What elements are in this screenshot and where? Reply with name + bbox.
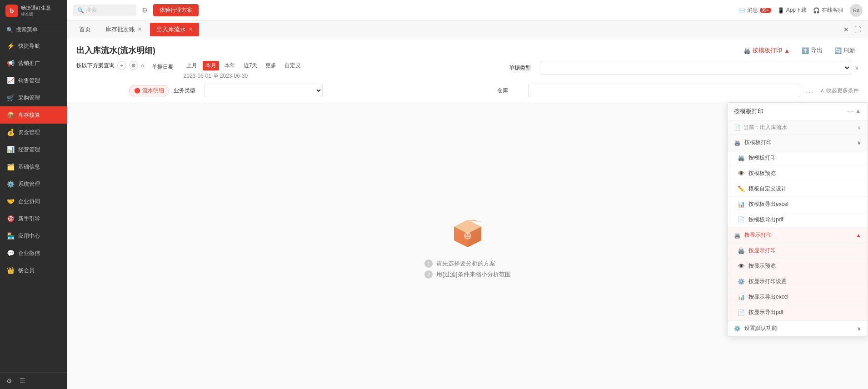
sidebar-item-label: 新手引导 <box>18 215 40 223</box>
dropdown-item-display-preview[interactable]: 👁️ 按显示预览 <box>728 259 868 274</box>
tab-in-out-flow-close[interactable]: ✕ <box>189 26 193 32</box>
date-last-7days-button[interactable]: 近7天 <box>241 61 260 70</box>
dropdown-item-display-settings[interactable]: ⚙️ 按显示打印设置 <box>728 274 868 289</box>
dropdown-more-icon[interactable]: ··· <box>847 107 853 115</box>
sidebar-item-marketing[interactable]: 📢 营销推广 <box>0 55 67 72</box>
sidebar-item-basic[interactable]: 🗂️ 基础信息 <box>0 158 67 175</box>
filter-collapse-button[interactable]: « <box>141 62 145 69</box>
app-download-item[interactable]: 📱 App下载 <box>778 6 807 14</box>
date-more-button[interactable]: 更多 <box>263 61 279 70</box>
step-2-number: 2 <box>424 270 433 279</box>
dropdown-collapse-icon[interactable]: ▲ <box>855 107 861 115</box>
date-this-year-button[interactable]: 本年 <box>222 61 238 70</box>
print-template-label: 按模板打印 <box>753 46 782 55</box>
sidebar-item-finance[interactable]: 💰 资金管理 <box>0 124 67 141</box>
system-icon: ⚙️ <box>6 180 15 188</box>
dropdown-item-display-excel[interactable]: 📊 按显示导出excel <box>728 289 868 305</box>
basic-icon: 🗂️ <box>6 163 15 171</box>
logo-icon: b <box>5 5 18 17</box>
sidebar-item-quick-nav[interactable]: ⚡ 快捷导航 <box>0 37 67 55</box>
sidebar-search[interactable]: 🔍 搜索菜单 <box>0 22 67 37</box>
tab-batch-account[interactable]: 库存批次账 ✕ <box>99 23 148 36</box>
sidebar-item-purchase[interactable]: 🛒 采购管理 <box>0 89 67 106</box>
sidebar-item-label: 经营管理 <box>18 146 40 154</box>
dropdown-item-template-excel[interactable]: 📊 按模板导出excel <box>728 197 868 212</box>
close-all-tabs-button[interactable]: ✕ <box>842 24 851 35</box>
dropdown-item-template-design[interactable]: ✏️ 模板自定义设计 <box>728 181 868 197</box>
enterprise-icon: 🤝 <box>6 197 15 205</box>
sidebar-item-app-center[interactable]: 🏪 应用中心 <box>0 227 67 244</box>
sidebar-item-guide[interactable]: 🎯 新手引导 <box>0 210 67 227</box>
dropdown-footer[interactable]: ⚙️ 设置默认功能 ∨ <box>728 320 868 336</box>
step-1-number: 1 <box>424 259 433 268</box>
filter-settings-button[interactable]: ⚙ <box>129 61 138 70</box>
app-center-icon: 🏪 <box>6 232 15 240</box>
doc-type-dropdown-icon: ∨ <box>855 65 859 71</box>
industry-solution-button[interactable]: 体验行业方案 <box>153 4 199 16</box>
sidebar-item-inventory[interactable]: 📦 库存核算 <box>0 106 67 124</box>
dropdown-item-template-pdf[interactable]: 📄 按模板导出pdf <box>728 212 868 228</box>
topbar: 🔍 搜索 ⚙ 体验行业方案 ✉️ 消息 99+ 📱 App下载 🎧 在线客服 R… <box>67 0 868 21</box>
doc-type-select[interactable] <box>540 61 851 75</box>
dropdown-item-display-print[interactable]: 🖨️ 按显示打印 <box>728 243 868 259</box>
filter-add-button[interactable]: + <box>117 61 126 70</box>
date-custom-button[interactable]: 自定义 <box>282 61 304 70</box>
doc-type-section: 单据类型 ∨ <box>509 61 859 75</box>
empty-steps: 1 请先选择要分析的方案 2 用[过滤]条件来缩小分析范围 <box>424 259 510 279</box>
sidebar-item-system[interactable]: ⚙️ 系统管理 <box>0 175 67 193</box>
sidebar-item-enterprise[interactable]: 🤝 企业协同 <box>0 193 67 210</box>
headset-icon: 🎧 <box>813 7 820 14</box>
sidebar-item-member[interactable]: 👑 畅会员 <box>0 262 67 279</box>
sidebar-item-wechat[interactable]: 💬 企业微信 <box>0 244 67 262</box>
refresh-button[interactable]: 🔄 刷新 <box>831 45 859 56</box>
template-print-section-header[interactable]: 🖨️ 按模板打印 ∨ <box>728 135 868 150</box>
tab-in-out-flow-label: 出入库流水 <box>156 25 186 34</box>
user-avatar-item[interactable]: Rit <box>850 4 863 17</box>
topbar-search-box[interactable]: 🔍 搜索 <box>73 5 136 16</box>
date-last-month-button[interactable]: 上月 <box>184 61 200 70</box>
business-type-select[interactable] <box>205 84 323 97</box>
online-service-label: 在线客服 <box>822 6 843 14</box>
maximize-button[interactable]: ⛶ <box>853 24 863 35</box>
sidebar-item-label: 基础信息 <box>18 163 40 171</box>
filter-chip[interactable]: 🔴 流水明细 <box>129 85 169 96</box>
item-preview-icon: 👁️ <box>738 170 745 177</box>
phone-icon: 📱 <box>778 7 784 14</box>
collapse-more-label: 收起更多条件 <box>826 87 859 95</box>
current-arrow-icon[interactable]: ∨ <box>857 125 861 131</box>
sidebar-item-operations[interactable]: 📊 经营管理 <box>0 141 67 158</box>
tab-batch-account-label: 库存批次账 <box>105 25 135 34</box>
collapse-sidebar-icon[interactable]: ☰ <box>20 377 25 384</box>
display-print-section-header[interactable]: 🖨️ 按显示打印 ▲ <box>728 228 868 243</box>
sidebar-item-sales[interactable]: 📈 销售管理 <box>0 72 67 89</box>
topbar-gear-button[interactable]: ⚙ <box>140 5 150 16</box>
dropdown-item-display-pdf[interactable]: 📄 按显示导出pdf <box>728 305 868 320</box>
sidebar-item-label: 资金管理 <box>18 129 40 136</box>
export-button[interactable]: ⬆️ 导出 <box>798 45 826 56</box>
finance-icon: 💰 <box>6 128 15 136</box>
date-filter-section: 单据日期 上月 本月 本年 近7天 更多 自定义 2023-06-01 至 20… <box>152 61 502 80</box>
dropdown-item-template-preview[interactable]: 👁️ 按模板预览 <box>728 166 868 181</box>
dropdown-item-template-print[interactable]: 🖨️ 按模板打印 <box>728 150 868 166</box>
display-print-header-label: 按显示打印 <box>744 231 772 239</box>
footer-settings-icon: ⚙️ <box>734 325 741 332</box>
settings-footer-icon[interactable]: ⚙ <box>6 377 12 384</box>
footer-label: 设置默认功能 <box>744 324 777 332</box>
collapse-more-button[interactable]: ∧ 收起更多条件 <box>820 87 859 95</box>
tab-batch-account-close[interactable]: ✕ <box>138 26 142 32</box>
quick-nav-icon: ⚡ <box>6 42 15 50</box>
online-service-item[interactable]: 🎧 在线客服 <box>813 6 843 14</box>
tab-in-out-flow[interactable]: 出入库流水 ✕ <box>150 23 199 36</box>
warehouse-input[interactable] <box>528 84 801 97</box>
collapse-chevron-icon: ∧ <box>820 87 824 94</box>
svg-point-5 <box>464 232 471 239</box>
content-area: 1 请先选择要分析的方案 2 用[过滤]条件来缩小分析范围 按模板打印 ··· <box>67 102 868 389</box>
print-template-button[interactable]: 🖨️ 按模板打印 ▲ <box>740 45 793 56</box>
main-content: 🔍 搜索 ⚙ 体验行业方案 ✉️ 消息 99+ 📱 App下载 🎧 在线客服 R… <box>67 0 868 389</box>
date-this-month-button[interactable]: 本月 <box>203 61 219 70</box>
message-item[interactable]: ✉️ 消息 99+ <box>738 6 771 14</box>
page-header: 出入库流水(流水明细) 🖨️ 按模板打印 ▲ ⬆️ 导出 🔄 刷新 <box>67 38 868 56</box>
warehouse-more-button[interactable]: ... <box>804 87 816 94</box>
tab-home[interactable]: 首页 <box>73 23 97 36</box>
svg-point-7 <box>468 234 469 235</box>
